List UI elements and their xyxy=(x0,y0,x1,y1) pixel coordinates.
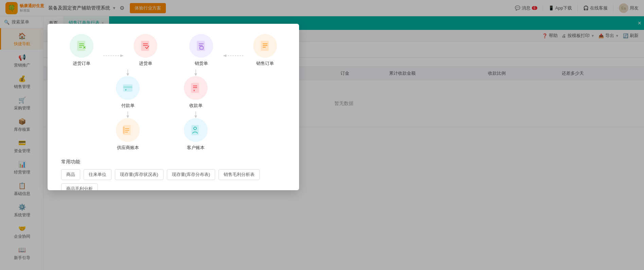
svg-rect-26 xyxy=(191,83,199,93)
flow-item-supplier-ledger[interactable]: 供应商账本 xyxy=(107,118,148,151)
flow-item-purchase-order[interactable]: 进货订单 xyxy=(61,34,102,67)
flow-label-purchase-order: 进货订单 xyxy=(73,60,90,67)
flow-circle-sales-bill xyxy=(189,34,213,58)
flow-item-sales-order[interactable]: 销售订单 xyxy=(245,34,285,67)
flow-section: 进货订单 xyxy=(61,34,285,156)
svg-text:¥: ¥ xyxy=(193,89,195,92)
modal-box: 进货订单 xyxy=(48,24,299,190)
flow-label-supplier-ledger: 供应商账本 xyxy=(117,145,139,151)
flow-circle-customer-ledger xyxy=(184,118,208,142)
spacer-4 xyxy=(148,111,175,118)
receipt-down xyxy=(175,111,216,118)
func-buttons-row1: 商品往来单位现存量(库存状况表)现存量(库存分布表)销售毛利分析表商品毛利分析 xyxy=(61,169,285,190)
common-functions-title: 常用功能 xyxy=(61,159,285,165)
flow-item-customer-ledger[interactable]: 客户账本 xyxy=(175,118,216,151)
svg-marker-33 xyxy=(194,115,197,118)
common-functions: 常用功能 商品往来单位现存量(库存状况表)现存量(库存分布表)销售毛利分析表商品… xyxy=(61,159,285,190)
flow-circle-sales-order xyxy=(253,34,277,58)
flow-item-purchase-bill[interactable]: 进货单 xyxy=(125,34,166,67)
purchase-bill-down xyxy=(107,69,148,76)
flow-label-purchase-bill: 进货单 xyxy=(139,60,152,67)
flow-row3: ¥ 付款单 ¥ xyxy=(61,76,285,109)
payment-down xyxy=(107,111,148,118)
flow-circle-purchase-bill xyxy=(134,34,157,58)
flow-label-payment: 付款单 xyxy=(121,103,135,109)
flow-row5: 供应商账本 客户账本 xyxy=(61,118,285,151)
func-btn-4[interactable]: 销售毛利分析表 xyxy=(219,169,260,180)
flow-label-sales-bill: 销货单 xyxy=(195,60,208,67)
flow-label-sales-order: 销售订单 xyxy=(256,60,274,67)
svg-rect-34 xyxy=(124,125,130,135)
flow-item-sales-bill[interactable]: 销货单 xyxy=(181,34,222,67)
svg-rect-0 xyxy=(77,41,85,51)
flow-arrows-row4 xyxy=(61,111,285,118)
sales-bill-down xyxy=(175,69,216,76)
svg-marker-5 xyxy=(120,54,124,57)
flow-circle-receipt: ¥ xyxy=(184,76,208,100)
svg-marker-31 xyxy=(126,115,129,118)
arrow-purchase-to-bill xyxy=(102,53,125,67)
svg-rect-35 xyxy=(123,127,124,133)
spacer-2 xyxy=(148,69,175,76)
flow-item-receipt[interactable]: ¥ 收款单 xyxy=(175,76,216,109)
flow-circle-purchase-order xyxy=(70,34,93,58)
arrow-sales-order-to-bill xyxy=(222,53,245,67)
func-btn-5[interactable]: 商品毛利分析 xyxy=(61,183,98,190)
modal-overlay[interactable]: 进货订单 xyxy=(0,0,644,270)
svg-rect-15 xyxy=(261,41,268,51)
svg-marker-20 xyxy=(126,73,129,76)
flow-circle-supplier-ledger xyxy=(116,118,140,142)
svg-text:¥: ¥ xyxy=(125,88,127,91)
flow-item-payment[interactable]: ¥ 付款单 xyxy=(107,76,148,109)
svg-marker-22 xyxy=(194,73,197,76)
func-btn-3[interactable]: 现存量(库存分布表) xyxy=(167,169,215,180)
func-btn-0[interactable]: 商品 xyxy=(61,169,80,180)
flow-label-receipt: 收款单 xyxy=(189,103,203,109)
svg-rect-24 xyxy=(123,86,132,88)
flow-label-customer-ledger: 客户账本 xyxy=(187,145,205,151)
svg-rect-6 xyxy=(141,41,149,51)
svg-marker-14 xyxy=(223,54,226,57)
func-btn-2[interactable]: 现存量(库存状况表) xyxy=(115,169,163,180)
flow-arrows-row2 xyxy=(61,69,285,76)
flow-circle-payment: ¥ xyxy=(116,76,140,100)
func-btn-1[interactable]: 往来单位 xyxy=(84,169,111,180)
